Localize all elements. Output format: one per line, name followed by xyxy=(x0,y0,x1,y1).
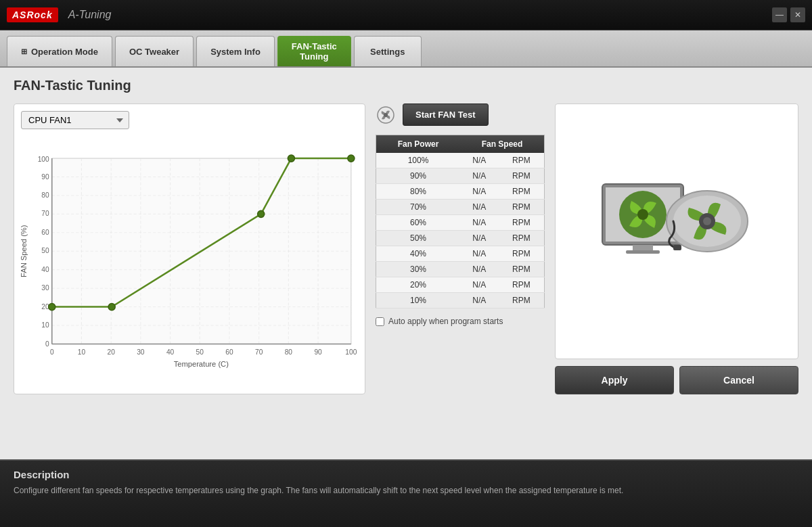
nav-tabs: ⊞ Operation Mode OC Tweaker System Info … xyxy=(0,30,812,68)
fan-table-row: 80% N/A RPM xyxy=(376,184,545,200)
graph-container: 0 10 20 30 40 50 60 70 80 90 100 xyxy=(21,136,358,387)
tab-operation-mode[interactable]: ⊞ Operation Mode xyxy=(7,36,112,66)
svg-text:40: 40 xyxy=(41,266,49,273)
fan-spin-icon xyxy=(376,105,396,125)
fan-speed-unit-cell: RPM xyxy=(499,184,545,200)
svg-text:10: 10 xyxy=(78,348,86,356)
svg-point-48 xyxy=(258,210,265,217)
description-text: Configure different fan speeds for respe… xyxy=(14,484,798,497)
svg-text:FAN Speed (%): FAN Speed (%) xyxy=(21,225,28,277)
fan-power-cell: 10% xyxy=(376,293,461,308)
fan-table-row: 70% N/A RPM xyxy=(376,200,545,215)
fan-table-row: 10% N/A RPM xyxy=(376,293,545,308)
fan-speed-unit-cell: RPM xyxy=(499,168,545,184)
svg-point-50 xyxy=(348,155,355,162)
svg-text:40: 40 xyxy=(166,348,175,356)
svg-text:70: 70 xyxy=(255,348,263,356)
fan-speed-val-cell: N/A xyxy=(460,231,499,246)
fan-speed-header: Fan Speed xyxy=(460,135,545,154)
titlebar: ASRock A-Tuning — ✕ xyxy=(0,0,812,30)
fan-speed-table: Fan Power Fan Speed 100% N/A RPM 90% N/A… xyxy=(376,135,545,308)
svg-text:70: 70 xyxy=(41,210,49,217)
main-content: FAN-Tastic Tuning CPU FAN1 CPU FAN2 CHA … xyxy=(0,68,812,459)
action-buttons: Apply Cancel xyxy=(555,366,798,394)
page-title: FAN-Tastic Tuning xyxy=(14,78,798,93)
fan-power-header: Fan Power xyxy=(376,135,461,154)
fan-table-row: 50% N/A RPM xyxy=(376,231,545,246)
svg-text:0: 0 xyxy=(50,348,54,356)
cancel-button[interactable]: Cancel xyxy=(679,366,798,394)
svg-point-56 xyxy=(637,209,648,220)
svg-point-46 xyxy=(49,303,55,310)
fan-speed-val-cell: N/A xyxy=(460,215,499,231)
fan-speed-unit-cell: RPM xyxy=(499,277,545,293)
fan-speed-unit-cell: RPM xyxy=(499,215,545,231)
svg-text:100: 100 xyxy=(38,156,49,163)
svg-text:10: 10 xyxy=(41,321,49,329)
tab-system-info[interactable]: System Info xyxy=(196,36,275,66)
fan-graph: 0 10 20 30 40 50 60 70 80 90 100 xyxy=(21,136,358,387)
svg-text:60: 60 xyxy=(225,348,233,356)
svg-point-49 xyxy=(288,155,294,162)
fan-speed-unit-cell: RPM xyxy=(499,262,545,277)
fan-speed-unit-cell: RPM xyxy=(499,200,545,215)
app-logo: ASRock xyxy=(7,7,58,22)
graph-panel: CPU FAN1 CPU FAN2 CHA FAN1 CHA FAN2 xyxy=(14,104,365,394)
svg-text:30: 30 xyxy=(137,348,145,356)
fan-table-row: 20% N/A RPM xyxy=(376,277,545,293)
fan-power-cell: 30% xyxy=(376,262,461,277)
fan-speed-val-cell: N/A xyxy=(460,246,499,262)
svg-text:100: 100 xyxy=(345,348,357,356)
svg-text:90: 90 xyxy=(41,173,49,181)
fan-speed-unit-cell: RPM xyxy=(499,231,545,246)
svg-text:50: 50 xyxy=(196,348,204,356)
fan-table-row: 100% N/A RPM xyxy=(376,153,545,168)
operation-mode-icon: ⊞ xyxy=(21,47,27,56)
fan-speed-val-cell: N/A xyxy=(460,153,499,168)
svg-text:80: 80 xyxy=(41,191,49,199)
svg-rect-58 xyxy=(626,250,660,254)
svg-point-62 xyxy=(703,217,711,225)
description-title: Description xyxy=(14,469,798,480)
svg-point-47 xyxy=(108,303,115,310)
svg-text:90: 90 xyxy=(314,348,322,356)
fan-power-cell: 100% xyxy=(376,153,461,168)
fan-power-cell: 20% xyxy=(376,277,461,293)
auto-apply-checkbox[interactable] xyxy=(376,317,384,326)
tab-fan-tastic[interactable]: FAN-TasticTuning xyxy=(277,36,351,66)
fan-speed-unit-cell: RPM xyxy=(499,246,545,262)
fan-select-dropdown[interactable]: CPU FAN1 CPU FAN2 CHA FAN1 CHA FAN2 xyxy=(21,111,129,129)
main-area: ⊞ Operation Mode OC Tweaker System Info … xyxy=(0,30,812,527)
auto-apply-label: Auto apply when program starts xyxy=(388,317,503,326)
fan-speed-val-cell: N/A xyxy=(460,277,499,293)
fan-table-row: 60% N/A RPM xyxy=(376,215,545,231)
fan-power-cell: 80% xyxy=(376,184,461,200)
svg-rect-57 xyxy=(633,245,653,250)
fan-selector: CPU FAN1 CPU FAN2 CHA FAN1 CHA FAN2 xyxy=(21,111,358,129)
fan-speed-unit-cell: RPM xyxy=(499,293,545,308)
fan-table-body: 100% N/A RPM 90% N/A RPM 80% N/A RPM 70%… xyxy=(376,153,545,308)
svg-text:30: 30 xyxy=(41,284,49,292)
fan-power-cell: 60% xyxy=(376,215,461,231)
svg-text:60: 60 xyxy=(41,229,49,236)
panels-row: CPU FAN1 CPU FAN2 CHA FAN1 CHA FAN2 xyxy=(14,104,798,394)
fan-speed-val-cell: N/A xyxy=(460,168,499,184)
fan-table-row: 30% N/A RPM xyxy=(376,262,545,277)
close-button[interactable]: ✕ xyxy=(790,7,805,22)
svg-text:80: 80 xyxy=(285,348,293,356)
fan-tastic-label: FAN-TasticTuning xyxy=(292,41,337,62)
tab-settings[interactable]: Settings xyxy=(354,36,422,66)
tab-oc-tweaker[interactable]: OC Tweaker xyxy=(115,36,194,66)
fan-table-row: 40% N/A RPM xyxy=(376,246,545,262)
apply-button[interactable]: Apply xyxy=(555,366,674,394)
fan-power-cell: 40% xyxy=(376,246,461,262)
fan-speed-val-cell: N/A xyxy=(460,262,499,277)
svg-point-52 xyxy=(384,113,388,117)
minimize-button[interactable]: — xyxy=(772,7,787,22)
fan-image-box xyxy=(555,104,798,359)
fan-speed-val-cell: N/A xyxy=(460,184,499,200)
fan-illustration xyxy=(562,111,791,352)
svg-text:Temperature (C): Temperature (C) xyxy=(174,360,229,368)
start-fan-test-button[interactable]: Start FAN Test xyxy=(403,104,489,126)
fan-table-row: 90% N/A RPM xyxy=(376,168,545,184)
